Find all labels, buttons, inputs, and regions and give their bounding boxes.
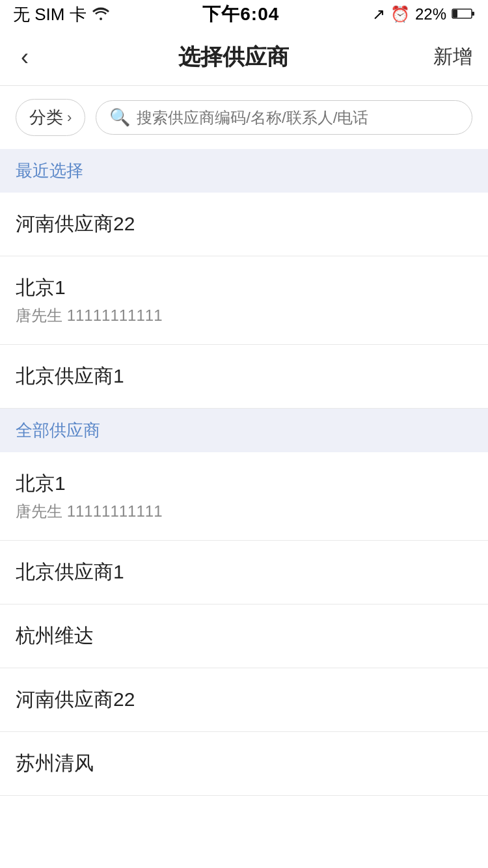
recent-items-list: 河南供应商22北京1唐先生 11111111111北京供应商1	[0, 193, 488, 409]
all-section-header: 全部供应商	[0, 409, 488, 452]
chevron-right-icon: ›	[67, 109, 72, 126]
status-right: ↗ ⏰ 22%	[372, 5, 475, 23]
sim-status: 无 SIM 卡	[13, 3, 87, 26]
item-name: 北京供应商1	[16, 559, 472, 586]
svg-rect-2	[472, 12, 474, 16]
recent-section-header: 最近选择	[0, 149, 488, 193]
category-filter[interactable]: 分类 ›	[16, 99, 85, 136]
search-input[interactable]	[137, 109, 459, 127]
item-sub: 唐先生 11111111111	[16, 305, 472, 326]
category-label: 分类	[29, 106, 63, 129]
battery-icon	[452, 5, 475, 23]
list-item[interactable]: 河南供应商22	[0, 193, 488, 256]
filter-bar: 分类 › 🔍	[0, 86, 488, 149]
alarm-icon: ⏰	[390, 5, 410, 23]
list-item[interactable]: 北京1唐先生 11111111111	[0, 452, 488, 541]
status-left: 无 SIM 卡	[13, 3, 110, 26]
location-icon: ↗	[372, 5, 385, 23]
item-sub: 唐先生 11111111111	[16, 501, 472, 522]
list-item[interactable]: 北京1唐先生 11111111111	[0, 256, 488, 345]
nav-bar: ‹ 选择供应商 新增	[0, 29, 488, 86]
wifi-icon	[92, 5, 110, 25]
list-item[interactable]: 北京供应商1	[0, 541, 488, 604]
item-name: 杭州维达	[16, 623, 472, 649]
item-name: 河南供应商22	[16, 211, 472, 237]
list-item[interactable]: 河南供应商22	[0, 668, 488, 732]
item-name: 北京1	[16, 470, 472, 497]
status-bar: 无 SIM 卡 下午6:04 ↗ ⏰ 22%	[0, 0, 488, 29]
item-name: 北京1	[16, 275, 472, 301]
list-item[interactable]: 北京供应商1	[0, 345, 488, 409]
list-item[interactable]: 杭州维达	[0, 604, 488, 668]
status-time: 下午6:04	[202, 2, 279, 27]
item-name: 河南供应商22	[16, 686, 472, 713]
search-box[interactable]: 🔍	[96, 100, 472, 135]
item-name: 北京供应商1	[16, 363, 472, 390]
page-title: 选择供应商	[178, 42, 289, 72]
back-button[interactable]: ‹	[16, 40, 34, 74]
search-icon: 🔍	[109, 107, 130, 128]
item-name: 苏州清风	[16, 750, 472, 777]
svg-rect-1	[453, 10, 457, 18]
all-items-list: 北京1唐先生 11111111111北京供应商1杭州维达河南供应商22苏州清风	[0, 452, 488, 796]
add-button[interactable]: 新增	[433, 44, 472, 70]
battery-percent: 22%	[415, 5, 446, 23]
list-item[interactable]: 苏州清风	[0, 732, 488, 796]
